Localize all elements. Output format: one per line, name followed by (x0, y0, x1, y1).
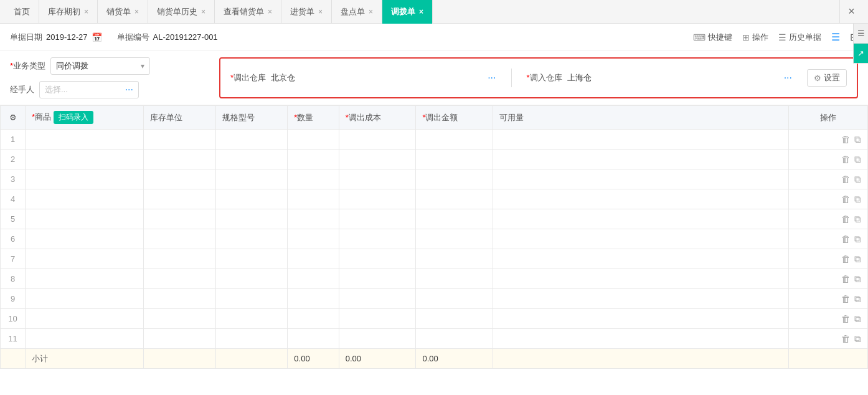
keyboard-icon: ⌨ (693, 32, 705, 42)
table-row: 10 🗑⧉ (1, 309, 868, 329)
table-container: ⚙ *商品 扫码录入 库存单位 规格型号 *数量 *调出成本 *调出金额 可用量… (0, 105, 868, 369)
transfer-out-field: *调出仓库 北京仓 ··· (230, 72, 496, 83)
copy-icon[interactable]: ⧉ (854, 293, 861, 305)
tab-close-sales-order[interactable]: × (134, 7, 139, 16)
tab-view-sales[interactable]: 查看销货单 × (215, 0, 281, 24)
th-ops: 操作 (789, 106, 868, 130)
tab-close-inventory[interactable]: × (369, 7, 373, 16)
subtotal-amount: 0.00 (416, 349, 493, 369)
tab-bar: 首页 库存期初 × 销货单 × 销货单历史 × 查看销货单 × 进货单 × 盘点… (0, 0, 868, 24)
th-available: 可用量 (493, 106, 789, 130)
tab-sales-order[interactable]: 销货单 × (98, 0, 148, 24)
sidebar-expand-button[interactable]: ↗ (854, 44, 869, 64)
tab-close-inventory-init[interactable]: × (84, 7, 88, 16)
dropdown-arrow-icon: ▾ (141, 62, 144, 70)
copy-icon[interactable]: ⧉ (854, 234, 861, 245)
delete-icon[interactable]: 🗑 (841, 333, 851, 344)
product-cell[interactable] (26, 130, 144, 150)
copy-icon[interactable]: ⧉ (854, 274, 861, 285)
right-sidebar: ☰ ↗ (853, 24, 868, 64)
table-row: 5 🗑⧉ (1, 209, 868, 229)
copy-icon[interactable]: ⧉ (854, 134, 861, 145)
delete-icon[interactable]: 🗑 (841, 174, 851, 184)
delete-icon[interactable]: 🗑 (841, 254, 851, 264)
operations-button[interactable]: ⊞ 操作 (742, 32, 768, 43)
copy-icon[interactable]: ⧉ (854, 214, 861, 225)
form-area: *业务类型 同价调拨 ▾ 经手人 选择... ··· *调出仓库 北京仓 ··· (0, 51, 868, 105)
table-row: 3 🗑⧉ (1, 169, 868, 189)
handler-more-icon[interactable]: ··· (125, 84, 133, 95)
business-type-select[interactable]: 同价调拨 ▾ (50, 57, 150, 75)
delete-icon[interactable]: 🗑 (841, 214, 851, 224)
date-label: 单据日期 (10, 32, 42, 43)
expand-icon: ↗ (857, 49, 864, 58)
copy-icon[interactable]: ⧉ (854, 194, 861, 205)
tab-close-view-sales[interactable]: × (268, 7, 272, 16)
transfer-out-label: *调出仓库 (230, 72, 266, 83)
form-left: *业务类型 同价调拨 ▾ 经手人 选择... ··· (10, 57, 209, 98)
history-icon: ☰ (778, 32, 786, 42)
subtotal-cost: 0.00 (339, 349, 416, 369)
tab-inventory-init[interactable]: 库存期初 × (39, 0, 98, 24)
warehouse-divider (511, 69, 512, 87)
delete-icon[interactable]: 🗑 (841, 313, 851, 324)
delete-icon[interactable]: 🗑 (841, 134, 851, 145)
tab-close-sales-history[interactable]: × (201, 7, 205, 16)
amount-cell[interactable] (416, 130, 493, 150)
th-cost: *调出成本 (339, 106, 416, 130)
transfer-in-field: *调入仓库 上海仓 ··· (527, 72, 793, 83)
header-actions: ⌨ 快捷键 ⊞ 操作 ☰ 历史单据 ☰ ⊟ (693, 31, 858, 43)
copy-icon[interactable]: ⧉ (854, 174, 861, 185)
tab-sales-history[interactable]: 销货单历史 × (148, 0, 215, 24)
calendar-icon[interactable]: 📅 (92, 32, 102, 42)
transfer-out-more-icon[interactable]: ··· (488, 72, 496, 83)
data-table: ⚙ *商品 扫码录入 库存单位 规格型号 *数量 *调出成本 *调出金额 可用量… (0, 105, 868, 369)
unit-cell[interactable] (144, 130, 216, 150)
spec-cell[interactable] (215, 130, 288, 150)
window-close-button[interactable]: × (839, 0, 863, 24)
warehouse-box: *调出仓库 北京仓 ··· *调入仓库 上海仓 ··· ⚙ 设置 (219, 57, 858, 98)
tab-purchase[interactable]: 进货单 × (281, 0, 332, 24)
handler-select[interactable]: 选择... ··· (39, 81, 139, 98)
handler-row: 经手人 选择... ··· (10, 81, 209, 98)
delete-icon[interactable]: 🗑 (841, 274, 851, 284)
tab-inventory[interactable]: 盘点单 × (332, 0, 382, 24)
copy-icon[interactable]: ⧉ (854, 254, 861, 265)
th-spec: 规格型号 (215, 106, 288, 130)
history-button[interactable]: ☰ 历史单据 (778, 32, 821, 43)
note-icon: ☰ (857, 29, 865, 38)
copy-icon[interactable]: ⧉ (854, 333, 861, 345)
scan-button[interactable]: 扫码录入 (54, 111, 93, 124)
cost-cell[interactable] (339, 130, 416, 150)
layout-list-button[interactable]: ☰ (831, 31, 840, 43)
header-row: 单据日期 2019-12-27 📅 单据编号 AL-20191227-001 ⌨… (0, 24, 868, 51)
quantity-cell[interactable] (288, 130, 339, 150)
transfer-in-label: *调入仓库 (527, 72, 562, 83)
th-quantity: *数量 (288, 106, 339, 130)
delete-icon[interactable]: 🗑 (841, 194, 851, 204)
transfer-in-more-icon[interactable]: ··· (784, 72, 792, 83)
table-row: 6 🗑⧉ (1, 229, 868, 249)
settings-button[interactable]: ⚙ 设置 (807, 69, 847, 87)
handler-label: 经手人 (10, 84, 34, 95)
shortcuts-button[interactable]: ⌨ 快捷键 (693, 32, 732, 43)
number-value: AL-20191227-001 (153, 32, 218, 42)
delete-icon[interactable]: 🗑 (841, 154, 851, 164)
delete-icon[interactable]: 🗑 (841, 234, 851, 244)
transfer-in-value: 上海仓 (567, 72, 779, 83)
subtotal-row: 小计 0.00 0.00 0.00 (1, 349, 868, 369)
delete-icon[interactable]: 🗑 (841, 293, 851, 304)
subtotal-label: 小计 (26, 349, 144, 369)
tab-home[interactable]: 首页 (5, 0, 39, 24)
th-gear[interactable]: ⚙ (1, 106, 26, 130)
tab-close-purchase[interactable]: × (318, 7, 323, 16)
table-header: ⚙ *商品 扫码录入 库存单位 规格型号 *数量 *调出成本 *调出金额 可用量… (1, 106, 868, 130)
copy-icon[interactable]: ⧉ (854, 154, 861, 165)
tab-close-transfer[interactable]: × (419, 7, 423, 16)
table-row: 8 🗑⧉ (1, 269, 868, 289)
tab-transfer[interactable]: 调拨单 × (382, 0, 433, 24)
sidebar-note-button[interactable]: ☰ (854, 24, 869, 44)
number-label: 单据编号 (117, 32, 149, 43)
copy-icon[interactable]: ⧉ (854, 313, 861, 325)
date-value: 2019-12-27 (46, 32, 88, 42)
